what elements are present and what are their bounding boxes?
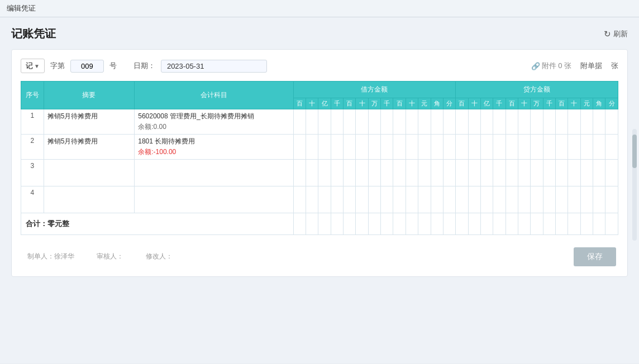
row-4-debit-5[interactable] xyxy=(344,186,356,213)
row-2-credit-5[interactable] xyxy=(506,135,518,160)
row-4-account[interactable] xyxy=(135,186,294,213)
row-2-debit-5[interactable] xyxy=(344,135,356,160)
date-input[interactable] xyxy=(161,60,267,73)
row-4-credit-10[interactable] xyxy=(568,186,580,213)
row-3-debit-6[interactable] xyxy=(356,160,368,186)
row-1-account[interactable]: 56020008 管理费用_长期待摊费用摊销余额:0.00 xyxy=(135,109,294,135)
row-2-credit-1[interactable] xyxy=(456,135,468,160)
row-3-debit-5[interactable] xyxy=(344,160,356,186)
row-4-debit-12[interactable] xyxy=(431,186,443,213)
voucher-number-input[interactable] xyxy=(70,60,104,73)
row-3-credit-13[interactable] xyxy=(605,160,618,186)
row-2-credit-8[interactable] xyxy=(543,135,555,160)
row-3-credit-4[interactable] xyxy=(493,160,506,186)
row-3-credit-10[interactable] xyxy=(568,160,580,186)
row-4-credit-3[interactable] xyxy=(480,186,493,213)
row-4-credit-11[interactable] xyxy=(580,186,593,213)
row-3-credit-2[interactable] xyxy=(468,160,480,186)
row-2-credit-6[interactable] xyxy=(518,135,530,160)
row-2-credit-11[interactable] xyxy=(580,135,593,160)
row-3-debit-2[interactable] xyxy=(306,160,318,186)
row-2-credit-10[interactable] xyxy=(568,135,580,160)
row-1-debit-5[interactable] xyxy=(344,109,356,135)
row-1-credit-5[interactable] xyxy=(506,109,518,135)
single-voucher-button[interactable]: 附单据 xyxy=(580,61,602,71)
row-2-debit-10[interactable] xyxy=(406,135,418,160)
row-2-debit-3[interactable] xyxy=(318,135,331,160)
row-1-debit-8[interactable] xyxy=(381,109,393,135)
row-1-debit-3[interactable] xyxy=(318,109,331,135)
row-1-debit-2[interactable] xyxy=(306,109,318,135)
row-4-credit-1[interactable] xyxy=(456,186,468,213)
row-1-credit-2[interactable] xyxy=(468,109,480,135)
row-2-debit-13[interactable] xyxy=(443,135,455,160)
row-1-credit-9[interactable] xyxy=(555,109,568,135)
row-2-credit-12[interactable] xyxy=(593,135,605,160)
row-3-credit-6[interactable] xyxy=(518,160,530,186)
row-3-summary[interactable] xyxy=(44,160,135,186)
row-3-credit-8[interactable] xyxy=(543,160,555,186)
row-1-credit-12[interactable] xyxy=(593,109,605,135)
row-3-debit-10[interactable] xyxy=(406,160,418,186)
row-3-account[interactable] xyxy=(135,160,294,186)
row-4-credit-9[interactable] xyxy=(555,186,568,213)
row-1-credit-7[interactable] xyxy=(531,109,543,135)
row-4-debit-8[interactable] xyxy=(381,186,393,213)
row-3-credit-5[interactable] xyxy=(506,160,518,186)
row-1-debit-6[interactable] xyxy=(356,109,368,135)
row-3-debit-7[interactable] xyxy=(368,160,380,186)
row-1-debit-11[interactable] xyxy=(418,109,431,135)
row-4-summary[interactable] xyxy=(44,186,135,213)
row-3-credit-1[interactable] xyxy=(456,160,468,186)
row-1-credit-6[interactable] xyxy=(518,109,530,135)
row-2-debit-8[interactable] xyxy=(381,135,393,160)
row-4-debit-6[interactable] xyxy=(356,186,368,213)
row-1-debit-10[interactable] xyxy=(406,109,418,135)
row-4-credit-7[interactable] xyxy=(531,186,543,213)
row-4-debit-7[interactable] xyxy=(368,186,380,213)
row-2-credit-7[interactable] xyxy=(531,135,543,160)
row-3-debit-4[interactable] xyxy=(331,160,343,186)
row-3-debit-12[interactable] xyxy=(431,160,443,186)
row-4-debit-3[interactable] xyxy=(318,186,331,213)
row-3-debit-11[interactable] xyxy=(418,160,431,186)
row-4-debit-10[interactable] xyxy=(406,186,418,213)
row-4-credit-8[interactable] xyxy=(543,186,555,213)
row-1-debit-9[interactable] xyxy=(393,109,406,135)
row-2-account[interactable]: 1801 长期待摊费用余额:-100.00 xyxy=(135,135,294,160)
voucher-type-button[interactable]: 记 ▼ xyxy=(21,59,45,73)
row-1-debit-12[interactable] xyxy=(431,109,443,135)
row-3-credit-12[interactable] xyxy=(593,160,605,186)
attachment-link[interactable]: 🔗 附件 0 张 xyxy=(531,61,571,71)
row-4-debit-1[interactable] xyxy=(293,186,306,213)
row-1-debit-4[interactable] xyxy=(331,109,343,135)
row-2-debit-11[interactable] xyxy=(418,135,431,160)
row-2-credit-4[interactable] xyxy=(493,135,506,160)
row-1-debit-13[interactable] xyxy=(443,109,455,135)
row-4-credit-12[interactable] xyxy=(593,186,605,213)
row-4-debit-2[interactable] xyxy=(306,186,318,213)
row-2-summary[interactable]: 摊销5月待摊费用 xyxy=(44,135,135,160)
row-1-debit-1[interactable] xyxy=(293,109,306,135)
row-2-debit-9[interactable] xyxy=(393,135,406,160)
save-button[interactable]: 保存 xyxy=(574,247,616,266)
row-1-summary[interactable]: 摊销5月待摊费用 xyxy=(44,109,135,135)
row-4-debit-9[interactable] xyxy=(393,186,406,213)
row-4-debit-11[interactable] xyxy=(418,186,431,213)
row-2-debit-4[interactable] xyxy=(331,135,343,160)
row-3-debit-1[interactable] xyxy=(293,160,306,186)
row-1-credit-4[interactable] xyxy=(493,109,506,135)
row-3-credit-11[interactable] xyxy=(580,160,593,186)
row-1-credit-1[interactable] xyxy=(456,109,468,135)
row-4-debit-4[interactable] xyxy=(331,186,343,213)
row-1-credit-3[interactable] xyxy=(480,109,493,135)
row-2-debit-6[interactable] xyxy=(356,135,368,160)
row-1-credit-11[interactable] xyxy=(580,109,593,135)
row-2-credit-2[interactable] xyxy=(468,135,480,160)
row-2-credit-13[interactable] xyxy=(605,135,618,160)
row-3-debit-9[interactable] xyxy=(393,160,406,186)
row-3-debit-3[interactable] xyxy=(318,160,331,186)
scrollbar-track[interactable] xyxy=(632,129,637,241)
row-4-credit-13[interactable] xyxy=(605,186,618,213)
row-1-credit-8[interactable] xyxy=(543,109,555,135)
